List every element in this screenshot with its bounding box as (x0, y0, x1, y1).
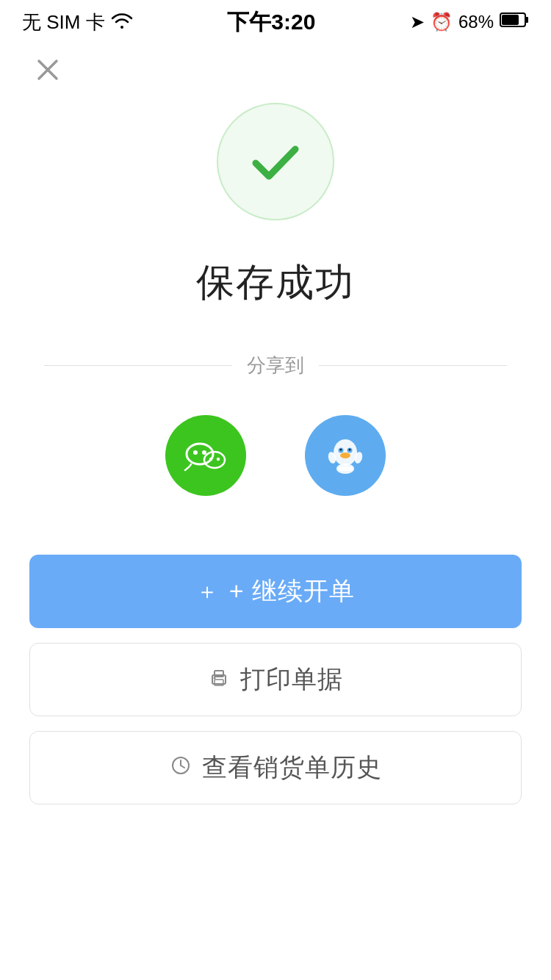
svg-point-15 (348, 448, 350, 450)
location-icon: ➤ (410, 12, 425, 32)
wifi-icon (111, 11, 133, 34)
battery-icon (500, 12, 529, 32)
svg-rect-20 (338, 466, 353, 471)
svg-point-14 (339, 448, 342, 450)
svg-point-10 (216, 457, 219, 460)
share-icons-row (165, 415, 386, 496)
plus-icon: ＋ (196, 577, 219, 607)
svg-point-8 (202, 450, 206, 455)
share-label: 分享到 (232, 353, 319, 378)
svg-rect-1 (525, 17, 528, 23)
svg-point-24 (214, 677, 216, 679)
divider-right (319, 365, 507, 366)
status-bar: 无 SIM 卡 下午3:20 ➤ ⏰ 68% (0, 0, 551, 44)
status-left: 无 SIM 卡 (22, 10, 133, 35)
continue-button[interactable]: ＋ + 继续开单 (29, 555, 522, 628)
svg-point-16 (340, 453, 350, 458)
print-label: 打印单据 (240, 663, 343, 696)
action-buttons: ＋ + 继续开单 打印单据 查看销货单历史 (0, 555, 551, 804)
svg-point-7 (193, 450, 198, 455)
print-button[interactable]: 打印单据 (29, 643, 522, 716)
status-right: ➤ ⏰ 68% (410, 12, 529, 32)
no-sim-text: 无 SIM 卡 (22, 10, 105, 35)
continue-label: + 继续开单 (229, 574, 355, 608)
wechat-share-button[interactable] (165, 415, 246, 496)
battery-text: 68% (458, 12, 494, 32)
close-button[interactable] (29, 51, 66, 88)
share-divider: 分享到 (0, 353, 551, 378)
qq-share-button[interactable] (305, 415, 386, 496)
alarm-icon: ⏰ (431, 12, 453, 32)
clock-icon (170, 754, 192, 782)
success-title: 保存成功 (196, 257, 355, 309)
history-button[interactable]: 查看销货单历史 (29, 731, 522, 804)
svg-point-6 (204, 452, 225, 468)
divider-left (44, 365, 232, 366)
main-content: 保存成功 分享到 (0, 44, 551, 804)
history-label: 查看销货单历史 (202, 751, 382, 785)
svg-rect-2 (502, 15, 519, 25)
print-icon (208, 666, 230, 693)
success-icon-circle (217, 103, 334, 220)
status-time: 下午3:20 (227, 7, 315, 37)
svg-point-9 (209, 457, 212, 460)
